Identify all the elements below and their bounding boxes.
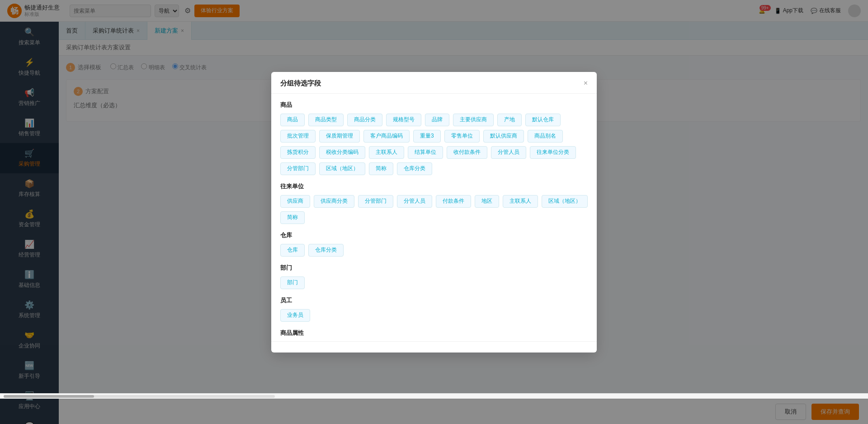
tag-item[interactable]: 主联系人 (369, 146, 404, 159)
tag-item[interactable]: 主要供应商 (453, 114, 494, 126)
dialog-close-button[interactable]: × (584, 79, 588, 87)
section-title-employee: 员工 (280, 296, 588, 305)
tag-item[interactable]: 品牌 (425, 114, 449, 126)
tag-item[interactable]: 产地 (497, 114, 522, 126)
tag-item[interactable]: 客户商品编码 (363, 130, 410, 143)
tag-item[interactable]: 供应商 (280, 195, 310, 208)
tag-item[interactable]: 默认供应商 (483, 130, 524, 143)
dialog-footer (271, 341, 597, 353)
tag-item[interactable]: 商品别名 (528, 130, 563, 143)
tag-item[interactable]: 商品 (280, 114, 305, 126)
section-title-department: 部门 (280, 264, 588, 272)
tag-item[interactable]: 业务员 (280, 309, 310, 322)
tag-item[interactable]: 仓库分类 (397, 162, 432, 175)
tags-grid-employee: 业务员 (280, 309, 588, 322)
section-title-goods_attr: 商品属性 (280, 329, 588, 337)
tags-grid-goods: 商品商品类型商品分类规格型号品牌主要供应商产地默认仓库批次管理保质期管理客户商品… (280, 114, 588, 175)
field-select-dialog: 分组待选字段 × 商品商品商品类型商品分类规格型号品牌主要供应商产地默认仓库批次… (271, 72, 597, 353)
tags-grid-warehouse: 仓库仓库分类 (280, 244, 588, 257)
tag-item[interactable]: 分管人员 (397, 195, 432, 208)
tags-grid-partner: 供应商供应商分类分管部门分管人员付款条件地区主联系人区域（地区）简称 (280, 195, 588, 224)
tag-item[interactable]: 零售单位 (444, 130, 480, 143)
tag-item[interactable]: 付款条件 (436, 195, 471, 208)
tag-item[interactable]: 简称 (369, 162, 393, 175)
tag-item[interactable]: 分管人员 (491, 146, 526, 159)
tag-item[interactable]: 税收分类编码 (319, 146, 365, 159)
dialog-body: 商品商品商品类型商品分类规格型号品牌主要供应商产地默认仓库批次管理保质期管理客户… (271, 94, 597, 341)
tags-grid-department: 部门 (280, 276, 588, 289)
tag-item[interactable]: 区域（地区） (542, 195, 588, 208)
tag-item[interactable]: 结算单位 (408, 146, 443, 159)
tag-item[interactable]: 规格型号 (386, 114, 421, 126)
tag-item[interactable]: 分管部门 (280, 162, 316, 175)
tag-item[interactable]: 地区 (475, 195, 499, 208)
tag-item[interactable]: 收付款条件 (447, 146, 487, 159)
dialog-overlay: 分组待选字段 × 商品商品商品类型商品分类规格型号品牌主要供应商产地默认仓库批次… (0, 0, 868, 424)
section-title-warehouse: 仓库 (280, 231, 588, 239)
tag-item[interactable]: 仓库分类 (308, 244, 344, 257)
dialog-title: 分组待选字段 (280, 79, 321, 88)
tag-item[interactable]: 部门 (280, 276, 305, 289)
tag-item[interactable]: 商品类型 (308, 114, 344, 126)
tag-item[interactable]: 简称 (280, 211, 305, 224)
tag-item[interactable]: 仓库 (280, 244, 305, 257)
tag-item[interactable]: 主联系人 (503, 195, 538, 208)
tag-item[interactable]: 区域（地区） (319, 162, 365, 175)
dialog-header: 分组待选字段 × (271, 72, 597, 94)
tag-item[interactable]: 商品分类 (347, 114, 382, 126)
tag-item[interactable]: 批次管理 (280, 130, 316, 143)
tag-item[interactable]: 保质期管理 (319, 130, 360, 143)
tag-item[interactable]: 供应商分类 (314, 195, 354, 208)
section-title-partner: 往来单位 (280, 182, 588, 191)
tag-item[interactable]: 默认仓库 (525, 114, 561, 126)
tag-item[interactable]: 分管部门 (358, 195, 393, 208)
tag-item[interactable]: 拣货积分 (280, 146, 316, 159)
section-title-goods: 商品 (280, 101, 588, 109)
tag-item[interactable]: 往来单位分类 (530, 146, 576, 159)
tag-item[interactable]: 重量3 (413, 130, 441, 143)
